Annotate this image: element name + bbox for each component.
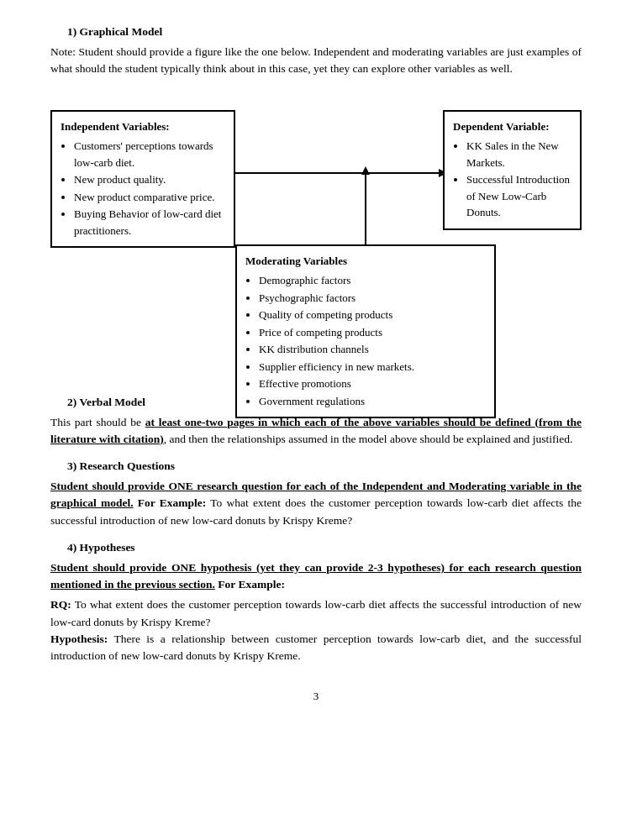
- page-number: 3: [50, 690, 582, 703]
- hypothesis-text: There is a relationship between customer…: [50, 633, 582, 662]
- graphical-note: Note: Student should provide a figure li…: [50, 44, 582, 78]
- independent-variables-box: Independent Variables: Customers' percep…: [50, 110, 235, 249]
- dependent-variable-box: Dependent Variable: KK Sales in the New …: [443, 110, 582, 230]
- list-item: Quality of competing products: [259, 307, 486, 323]
- list-item: Psychographic factors: [259, 290, 486, 307]
- rq-text: To what extent does the customer percept…: [50, 598, 582, 627]
- list-item: KK distribution channels: [259, 341, 486, 358]
- dependent-box-title: Dependent Variable:: [453, 118, 571, 135]
- moderating-box-title: Moderating Variables: [245, 253, 486, 270]
- hypotheses-rq: RQ: To what extent does the customer per…: [50, 596, 582, 631]
- verbal-text-start: This part should be: [50, 416, 145, 428]
- verbal-text-end: , and then the relationships assumed in …: [164, 433, 573, 445]
- hypothesis-label: Hypothesis:: [50, 633, 108, 645]
- moderating-variables-box: Moderating Variables Demographic factors…: [235, 244, 496, 419]
- list-item: Price of competing products: [259, 324, 486, 341]
- research-questions-section: 3) Research Questions Student should pro…: [50, 459, 582, 529]
- rq-label: RQ:: [50, 598, 71, 611]
- hypotheses-hypothesis: Hypothesis: There is a relationship betw…: [50, 631, 582, 665]
- research-bold-normal: For Example:: [134, 496, 207, 509]
- research-text: Student should provide ONE research ques…: [50, 478, 582, 529]
- hypotheses-heading: 4) Hypotheses: [50, 541, 582, 554]
- page: 1) Graphical Model Note: Student should …: [0, 0, 632, 840]
- list-item: Effective promotions: [259, 375, 486, 392]
- hypotheses-bold-underline: Student should provide ONE hypothesis (y…: [50, 561, 582, 591]
- list-item: Successful Introduction of New Low-Carb …: [466, 171, 571, 221]
- moderating-variables-list: Demographic factors Psychographic factor…: [245, 272, 486, 409]
- hypotheses-section: 4) Hypotheses Student should provide ONE…: [50, 541, 582, 665]
- list-item: KK Sales in the New Markets.: [466, 138, 571, 171]
- hypotheses-text-1: Student should provide ONE hypothesis (y…: [50, 559, 582, 594]
- list-item: Demographic factors: [259, 272, 486, 289]
- list-item: New product comparative price.: [74, 189, 225, 206]
- independent-variables-list: Customers' perceptions towards low-carb …: [61, 138, 225, 239]
- diagram-area: Independent Variables: Customers' percep…: [50, 93, 582, 379]
- list-item: Customers' perceptions towards low-carb …: [74, 138, 225, 171]
- verbal-text: This part should be at least one-two pag…: [50, 414, 582, 449]
- hypotheses-bold-normal: For Example:: [215, 578, 285, 591]
- list-item: New product quality.: [74, 171, 225, 188]
- list-item: Supplier efficiency in new markets.: [259, 359, 486, 375]
- list-item: Government regulations: [259, 393, 486, 410]
- graphical-model-section: 1) Graphical Model Note: Student should …: [50, 25, 582, 379]
- svg-marker-3: [361, 166, 370, 175]
- research-heading: 3) Research Questions: [50, 459, 582, 473]
- dependent-variables-list: KK Sales in the New Markets. Successful …: [453, 138, 571, 221]
- graphical-heading: 1) Graphical Model: [50, 25, 582, 39]
- list-item: Buying Behavior of low-card diet practit…: [74, 206, 225, 239]
- independent-box-title: Independent Variables:: [61, 118, 225, 135]
